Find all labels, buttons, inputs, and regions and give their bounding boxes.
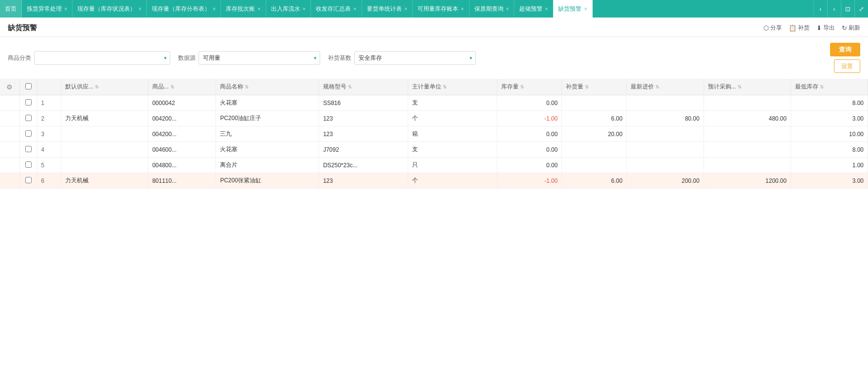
col-header-min_stock[interactable]: 最低库存⇅ bbox=[791, 79, 868, 95]
datasource-select[interactable]: 可用量 ▾ bbox=[199, 51, 320, 65]
category-select[interactable]: ▾ bbox=[34, 51, 170, 65]
col-header-unit[interactable]: 主计量单位⇅ bbox=[408, 79, 497, 95]
col-header-est_purchase[interactable]: 预计采购...⇅ bbox=[704, 79, 791, 95]
col-header-stock_qty[interactable]: 库存量⇅ bbox=[497, 79, 561, 95]
row-checkbox-cell bbox=[19, 142, 37, 158]
tab-close-inventory-status[interactable]: × bbox=[138, 6, 141, 12]
replenish-base-filter-group: 补货基数 安全库存 ▾ bbox=[328, 51, 476, 65]
refresh-icon: ↻ bbox=[842, 24, 847, 32]
tab-requisition-stat[interactable]: 要货单统计表× bbox=[362, 0, 413, 18]
tab-restore-button[interactable]: ⊡ bbox=[841, 0, 854, 18]
tab-expiry-query[interactable]: 保质期查询× bbox=[470, 0, 514, 18]
tab-close-requisition-stat[interactable]: × bbox=[404, 6, 407, 12]
row-product-name: 火花塞 bbox=[216, 142, 319, 158]
row-gear-cell bbox=[0, 126, 19, 142]
tab-maximize-button[interactable]: ⤢ bbox=[854, 0, 868, 18]
query-button[interactable]: 查询 bbox=[830, 43, 860, 56]
row-checkbox[interactable] bbox=[25, 161, 32, 168]
row-product-code: 004200... bbox=[148, 126, 216, 142]
replenish-base-select[interactable]: 安全库存 ▾ bbox=[354, 51, 476, 65]
row-index: 4 bbox=[37, 142, 61, 158]
col-header-product_name[interactable]: 商品名称⇅ bbox=[216, 79, 319, 95]
tab-inout-flow[interactable]: 出入库流水× bbox=[266, 0, 311, 18]
replenish-button[interactable]: 📋 补货 bbox=[789, 24, 810, 32]
replenish-base-label: 补货基数 bbox=[328, 54, 351, 62]
tab-home[interactable]: 首页 bbox=[0, 0, 22, 18]
col-header-product_code[interactable]: 商品...⇅ bbox=[148, 79, 216, 95]
row-checkbox-cell bbox=[19, 126, 37, 142]
tab-bar: 首页拣货异常处理×现存量（库存状况表）×现存量（库存分布表）×库存批次账×出入库… bbox=[0, 0, 868, 18]
tab-close-expiry-query[interactable]: × bbox=[506, 6, 509, 12]
row-checkbox[interactable] bbox=[25, 115, 32, 121]
tab-close-collect-summary[interactable]: × bbox=[353, 6, 356, 12]
export-icon: ⬇ bbox=[816, 24, 822, 32]
refresh-button[interactable]: ↻ 刷新 bbox=[842, 24, 860, 32]
row-gear-cell bbox=[0, 111, 19, 126]
row-gear-cell bbox=[0, 142, 19, 158]
col-header-spec[interactable]: 规格型号⇅ bbox=[319, 79, 408, 95]
row-product-code: 0000042 bbox=[148, 95, 216, 111]
row-unit: 支 bbox=[408, 95, 497, 111]
sort-icon-product_code: ⇅ bbox=[170, 84, 174, 89]
row-stock-qty: -1.00 bbox=[497, 111, 561, 126]
row-checkbox[interactable] bbox=[25, 130, 32, 137]
table-row: 2力天机械004200...PC200油缸庄子123个-1.006.0080.0… bbox=[0, 111, 868, 126]
row-latest-price bbox=[627, 158, 704, 173]
row-spec: SS816 bbox=[319, 95, 408, 111]
col-header-latest_price[interactable]: 最新进价⇅ bbox=[627, 79, 704, 95]
tab-inventory-dist[interactable]: 现存量（库存分布表）× bbox=[147, 0, 221, 18]
settings-button[interactable]: 设置 bbox=[834, 59, 860, 73]
row-product-name: PC200张紧油缸 bbox=[216, 173, 319, 189]
tab-nav-buttons: ‹ › ⊡ ⤢ bbox=[814, 0, 868, 18]
tab-close-shortage-warning[interactable]: × bbox=[584, 6, 587, 12]
select-all-checkbox[interactable] bbox=[25, 83, 32, 89]
table-row: 5004800...离合片DS250*23c...只0.001.00 bbox=[0, 158, 868, 173]
tab-close-abnormal[interactable]: × bbox=[64, 6, 67, 12]
tab-batch[interactable]: 库存批次账× bbox=[221, 0, 266, 18]
row-replenish-qty bbox=[562, 158, 627, 173]
replenish-base-value: 安全库存 bbox=[359, 54, 462, 62]
tab-overstock-warning[interactable]: 超储预警× bbox=[514, 0, 553, 18]
tab-shortage-warning[interactable]: 缺货预警× bbox=[553, 0, 592, 18]
col-header-default_supplier[interactable]: 默认供应...⇅ bbox=[61, 79, 148, 95]
tab-close-batch[interactable]: × bbox=[257, 6, 260, 12]
page-header: 缺货预警 ⬡ 分享 📋 补货 ⬇ 导出 ↻ 刷新 bbox=[0, 18, 868, 37]
col-header-index bbox=[37, 79, 61, 95]
page-area: 缺货预警 ⬡ 分享 📋 补货 ⬇ 导出 ↻ 刷新 商品分类 bbox=[0, 18, 868, 387]
row-checkbox-cell bbox=[19, 158, 37, 173]
row-product-code: 801110... bbox=[148, 173, 216, 189]
table-wrapper: ⚙默认供应...⇅商品...⇅商品名称⇅规格型号⇅主计量单位⇅库存量⇅补货量⇅最… bbox=[0, 79, 868, 189]
tab-close-available-ledger[interactable]: × bbox=[461, 6, 464, 12]
row-checkbox[interactable] bbox=[25, 146, 32, 152]
row-default-supplier bbox=[61, 142, 148, 158]
page-title: 缺货预警 bbox=[8, 23, 763, 33]
tab-next-button[interactable]: › bbox=[827, 0, 841, 18]
row-est-purchase bbox=[704, 142, 791, 158]
filter-area: 商品分类 ▾ 数据源 可用量 ▾ 补货基数 安全库存 ▾ 查询 设置 bbox=[0, 37, 868, 79]
row-default-supplier bbox=[61, 158, 148, 173]
share-button[interactable]: ⬡ 分享 bbox=[763, 24, 782, 32]
category-label: 商品分类 bbox=[8, 54, 31, 62]
row-latest-price: 200.00 bbox=[627, 173, 704, 189]
export-button[interactable]: ⬇ 导出 bbox=[816, 24, 835, 32]
row-min-stock: 3.00 bbox=[791, 111, 868, 126]
tab-collect-summary[interactable]: 收发存汇总表× bbox=[311, 0, 362, 18]
tab-close-inventory-dist[interactable]: × bbox=[213, 6, 216, 12]
gear-icon[interactable]: ⚙ bbox=[6, 83, 13, 91]
col-header-checkbox bbox=[19, 79, 37, 95]
row-product-name: 火花塞 bbox=[216, 95, 319, 111]
tab-available-ledger[interactable]: 可用量库存账本× bbox=[413, 0, 469, 18]
tab-close-overstock-warning[interactable]: × bbox=[545, 6, 548, 12]
tab-prev-button[interactable]: ‹ bbox=[814, 0, 827, 18]
tab-inventory-status[interactable]: 现存量（库存状况表）× bbox=[72, 0, 146, 18]
datasource-filter-group: 数据源 可用量 ▾ bbox=[178, 51, 320, 65]
tab-close-inout-flow[interactable]: × bbox=[303, 6, 306, 12]
row-spec: 123 bbox=[319, 111, 408, 126]
col-header-replenish_qty[interactable]: 补货量⇅ bbox=[562, 79, 627, 95]
row-checkbox[interactable] bbox=[25, 177, 32, 183]
row-checkbox[interactable] bbox=[25, 99, 32, 106]
category-arrow-icon: ▾ bbox=[164, 55, 167, 61]
tab-abnormal[interactable]: 拣货异常处理× bbox=[22, 0, 72, 18]
row-min-stock: 8.00 bbox=[791, 95, 868, 111]
row-replenish-qty: 6.00 bbox=[562, 173, 627, 189]
